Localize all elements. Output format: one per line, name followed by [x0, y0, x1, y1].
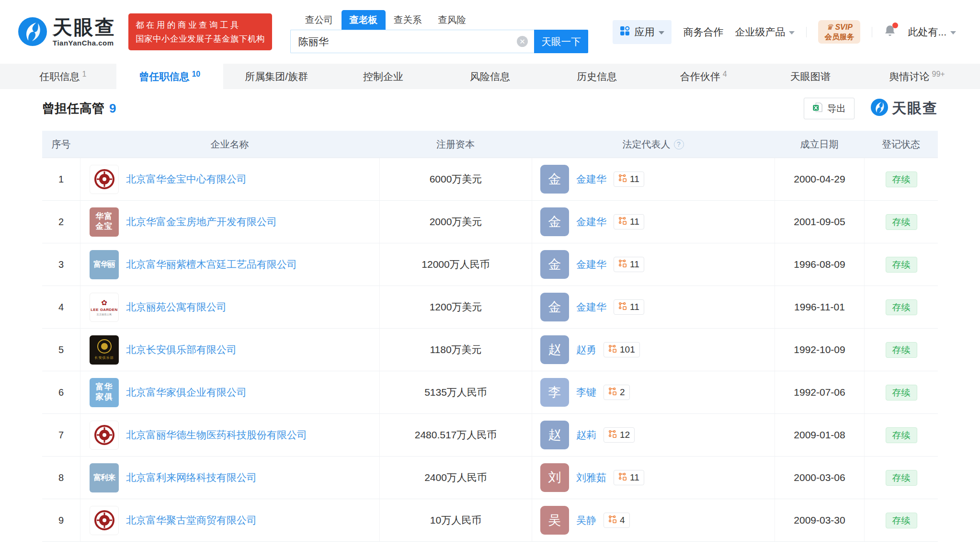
column-header: 登记状态 — [864, 138, 938, 151]
nav-tab[interactable]: 任职信息1 — [10, 64, 116, 89]
status-badge: 存续 — [886, 427, 917, 443]
status-badge: 存续 — [886, 257, 917, 273]
tianyancha-logo-icon — [18, 17, 47, 46]
apps-menu[interactable]: 应用 — [613, 20, 672, 44]
svip-service-label: 会员服务 — [824, 32, 854, 41]
top-header: 天眼查 TianYanCha.com 都在用的商业查询工具 国家中小企业发展子基… — [0, 0, 980, 64]
legal-rep-link[interactable]: 赵莉 — [576, 428, 596, 442]
clear-search-icon[interactable]: ✕ — [517, 36, 528, 47]
export-label: 导出 — [827, 102, 846, 115]
section-count: 9 — [109, 101, 116, 116]
relation-count: 101 — [620, 344, 635, 355]
company-link[interactable]: 北京长安俱乐部有限公司 — [126, 343, 237, 356]
column-header: 成立日期 — [775, 138, 864, 151]
company-link[interactable]: 北京华富金宝房地产开发有限公司 — [126, 215, 277, 229]
registered-capital: 12000万人民币 — [379, 243, 532, 286]
nav-tab[interactable]: 历史信息 — [543, 64, 650, 89]
row-index: 9 — [42, 499, 80, 541]
company-logo: 富华家俱 — [90, 378, 119, 407]
relation-count-badge[interactable]: 12 — [604, 427, 635, 443]
chevron-down-icon — [659, 31, 664, 34]
relation-count: 11 — [630, 472, 639, 483]
column-header: 注册资本 — [379, 138, 532, 151]
menu-enterprise-products[interactable]: 企业级产品 — [735, 25, 795, 39]
help-icon[interactable]: ? — [674, 139, 684, 149]
enterprise-label: 企业级产品 — [735, 25, 785, 39]
export-button[interactable]: 导出 — [804, 98, 855, 119]
company-link[interactable]: 北京丽苑公寓有限公司 — [126, 300, 227, 314]
company-logo — [90, 165, 119, 194]
business-label: 商务合作 — [683, 25, 723, 39]
search-tab[interactable]: 查风险 — [430, 10, 475, 30]
relation-count-badge[interactable]: 101 — [604, 342, 640, 357]
relation-count-badge[interactable]: 11 — [614, 299, 644, 315]
legal-rep-link[interactable]: 刘雅茹 — [576, 471, 606, 484]
registered-capital: 1180万美元 — [379, 329, 532, 371]
table-row: 3 富华丽 北京富华丽紫檀木宫廷工艺品有限公司 12000万人民币 金 金建华 — [42, 243, 938, 286]
company-logo: ✿LEE GARDEN北京丽苑公寓 — [90, 293, 119, 322]
company-link[interactable]: 北京富利来网络科技有限公司 — [126, 471, 257, 484]
relation-count-badge[interactable]: 2 — [604, 385, 630, 400]
nav-tab[interactable]: 舆情讨论99+ — [864, 64, 970, 89]
status-badge: 存续 — [886, 342, 917, 358]
relation-count-badge[interactable]: 11 — [614, 172, 644, 187]
flower-icon: ✿ — [101, 299, 107, 306]
legal-rep-link[interactable]: 李键 — [576, 386, 596, 399]
company-link[interactable]: 北京富华金宝中心有限公司 — [126, 172, 247, 186]
chevron-down-icon — [950, 31, 956, 34]
nav-tab[interactable]: 天眼图谱 — [757, 64, 864, 89]
company-link[interactable]: 北京富丽华德生物医药科技股份有限公司 — [126, 428, 307, 442]
company-logo: 富华丽 — [90, 250, 119, 279]
search-input[interactable] — [291, 30, 534, 53]
table-row: 1 北京富华金宝中心有限公司 6000万美元 金 金建华 11 — [42, 158, 938, 201]
nav-tab[interactable]: 控制企业 — [330, 64, 437, 89]
legal-rep-link[interactable]: 吴静 — [576, 514, 596, 527]
legal-rep-link[interactable]: 金建华 — [576, 300, 606, 314]
nav-tab[interactable]: 风险信息 — [437, 64, 544, 89]
svip-member-badge[interactable]: ♛SVIP 会员服务 — [818, 20, 860, 44]
nav-tab[interactable]: 曾任职信息10 — [116, 64, 223, 89]
relation-count: 12 — [620, 430, 630, 440]
nav-tab[interactable]: 合作伙伴4 — [650, 64, 757, 89]
establish-date: 1996-08-09 — [775, 243, 864, 286]
relation-count-badge[interactable]: 11 — [614, 470, 644, 485]
status-badge: 存续 — [886, 172, 917, 187]
search-field: ✕ — [290, 30, 534, 53]
legal-rep-link[interactable]: 金建华 — [576, 258, 606, 271]
table-row: 7 北京富丽华德生物医药科技股份有限公司 2480.517万人民币 赵 赵莉 — [42, 414, 938, 457]
row-index: 1 — [42, 158, 80, 200]
notification-bell-icon[interactable] — [884, 24, 896, 39]
legal-rep-link[interactable]: 赵勇 — [576, 343, 596, 356]
menu-business-cooperation[interactable]: 商务合作 — [683, 25, 723, 39]
company-logo — [90, 506, 119, 535]
search-button[interactable]: 天眼一下 — [534, 30, 588, 53]
column-header: 企业名称 — [80, 138, 379, 151]
establish-date: 1996-11-01 — [775, 286, 864, 328]
relation-graph-icon — [608, 387, 617, 398]
legal-rep-avatar: 金 — [540, 207, 569, 236]
status-badge: 存续 — [886, 214, 917, 230]
company-link[interactable]: 北京富华丽紫檀木宫廷工艺品有限公司 — [126, 258, 297, 271]
section-header: 曾担任高管 9 导出 天眼查 — [42, 97, 938, 120]
relation-count-badge[interactable]: 4 — [604, 513, 630, 528]
nav-tab[interactable]: 所属集团/族群 — [223, 64, 330, 89]
column-header: 法定代表人? — [532, 138, 775, 151]
search-tab[interactable]: 查老板 — [342, 10, 386, 30]
search-tab[interactable]: 查关系 — [386, 10, 430, 30]
brand-logo[interactable]: 天眼查 TianYanCha.com — [18, 17, 116, 47]
company-link[interactable]: 北京富华聚古堂商贸有限公司 — [126, 514, 257, 527]
legal-rep-link[interactable]: 金建华 — [576, 215, 606, 229]
brand-name: 天眼查 — [53, 17, 116, 38]
tianyancha-logo-icon — [871, 99, 888, 118]
crown-icon: ♛ — [826, 23, 833, 32]
search-tab[interactable]: 查公司 — [297, 10, 342, 30]
relation-count-badge[interactable]: 11 — [614, 214, 644, 229]
user-menu[interactable]: 此处有... — [908, 25, 956, 39]
tianyancha-watermark: 天眼查 — [871, 99, 938, 118]
row-index: 5 — [42, 329, 80, 371]
relation-count-badge[interactable]: 11 — [614, 257, 644, 272]
relation-graph-icon — [618, 259, 627, 270]
company-link[interactable]: 北京富华家俱企业有限公司 — [126, 386, 247, 399]
establish-date: 2009-03-30 — [775, 499, 864, 541]
legal-rep-link[interactable]: 金建华 — [576, 172, 606, 186]
